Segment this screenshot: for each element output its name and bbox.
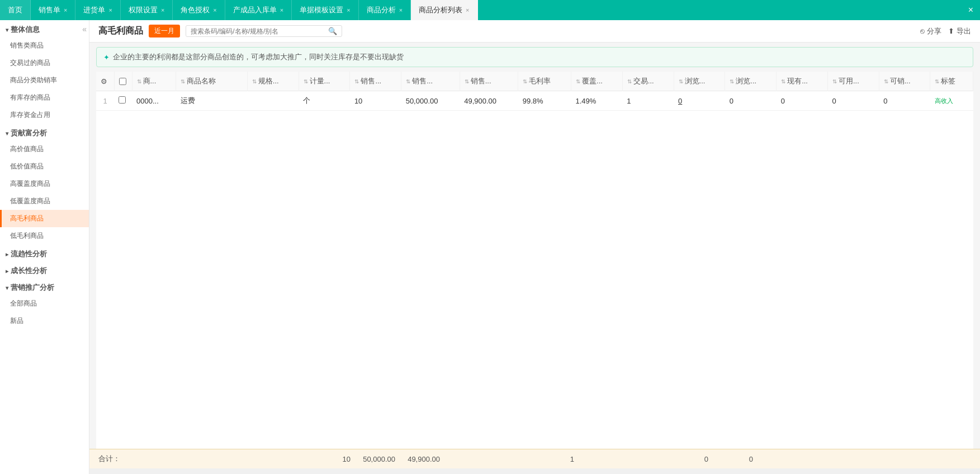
product-table: ⚙ ⇅商... ⇅商品名称 ⇅规格...	[96, 72, 973, 111]
sort-icon-4: ⇅	[304, 78, 308, 85]
select-all-checkbox[interactable]	[119, 78, 126, 85]
close-tab-product-analysis[interactable]: ×	[399, 7, 403, 13]
footer-sales-cost: 49,900.00	[400, 455, 444, 463]
cell-spec	[247, 91, 299, 111]
col-coverage[interactable]: ⇅覆盖...	[571, 72, 623, 91]
content-header: 高毛利商品 近一月 🔍 ⎋ 分享 ⬆ 导出	[89, 20, 980, 43]
sidebar-item-low-gross[interactable]: 低毛利商品	[0, 227, 89, 245]
sidebar-item-sales-goods[interactable]: 销售类商品	[0, 37, 89, 54]
tab-role[interactable]: 角色授权 ×	[173, 0, 225, 20]
sort-icon-3: ⇅	[252, 78, 257, 85]
header-actions: ⎋ 分享 ⬆ 导出	[920, 26, 971, 36]
sidebar-item-traded-goods[interactable]: 交易过的商品	[0, 54, 89, 72]
table-row: 1 0000... 运费 个 10 50,000.00 49,900.00 99…	[96, 91, 973, 111]
close-tab-sales[interactable]: ×	[64, 7, 67, 13]
table-header-row: ⚙ ⇅商... ⇅商品名称 ⇅规格...	[96, 72, 973, 91]
tab-purchase[interactable]: 进货单 ×	[75, 0, 120, 20]
tab-home[interactable]: 首页	[0, 0, 31, 20]
close-tab-product-analysis-list[interactable]: ×	[466, 7, 469, 13]
col-trade[interactable]: ⇅交易...	[622, 72, 674, 91]
col-sellable[interactable]: ⇅可销...	[879, 72, 930, 91]
share-button[interactable]: ⎋ 分享	[920, 26, 941, 36]
sidebar-group-trend[interactable]: ▸ 流趋性分析	[0, 245, 89, 261]
close-tab-purchase[interactable]: ×	[108, 7, 112, 13]
sidebar-item-category-rate[interactable]: 商品分类助销率	[0, 72, 89, 89]
tab-product-in[interactable]: 产成品入库单 ×	[225, 0, 292, 20]
cell-current-stock: 0	[777, 91, 828, 111]
sidebar-item-high-value[interactable]: 高价值商品	[0, 140, 89, 158]
close-all-tabs[interactable]: ×	[962, 5, 980, 15]
tab-sales[interactable]: 销售单 ×	[31, 0, 75, 20]
sort-icon-2: ⇅	[181, 78, 185, 85]
col-sales-cost[interactable]: ⇅销售...	[460, 72, 518, 91]
col-gross-rate[interactable]: ⇅毛利率	[518, 72, 571, 91]
tab-product-analysis-list[interactable]: 商品分析列表 ×	[411, 0, 477, 20]
tab-permission[interactable]: 权限设置 ×	[121, 0, 173, 20]
sidebar-group-overall[interactable]: ▾ 整体信息	[0, 20, 89, 37]
cell-unit: 个	[299, 91, 350, 111]
sort-icon-15: ⇅	[884, 78, 888, 85]
col-sales-qty[interactable]: ⇅销售...	[350, 72, 401, 91]
cell-browse1[interactable]: 0	[674, 91, 725, 111]
sidebar-item-all-goods[interactable]: 全部商品	[0, 295, 89, 312]
col-settings[interactable]: ⚙	[96, 72, 114, 91]
sort-icon-12: ⇅	[730, 78, 734, 85]
sidebar-group-marketing[interactable]: ▾ 营销推广分析	[0, 278, 89, 295]
cell-code: 0000...	[132, 91, 176, 111]
col-browse2[interactable]: ⇅浏览...	[725, 72, 777, 91]
cell-browse2: 0	[725, 91, 777, 111]
sidebar-item-high-gross[interactable]: 高毛利商品	[0, 210, 89, 227]
sidebar-item-stock-capital[interactable]: 库存资金占用	[0, 106, 89, 124]
sidebar-item-low-coverage[interactable]: 低覆盖度商品	[0, 193, 89, 210]
search-icon[interactable]: 🔍	[328, 27, 337, 35]
sidebar-item-low-value[interactable]: 低价值商品	[0, 158, 89, 175]
search-input[interactable]	[191, 27, 325, 35]
close-tab-permission[interactable]: ×	[161, 7, 164, 13]
sort-icon-11: ⇅	[679, 78, 683, 85]
tab-template[interactable]: 单据模板设置 ×	[292, 0, 358, 20]
close-tab-template[interactable]: ×	[347, 7, 350, 13]
footer-gross-rate	[444, 455, 489, 463]
footer-trade: 1	[534, 455, 579, 463]
cell-sales-qty: 10	[350, 91, 401, 111]
sidebar-group-growth[interactable]: ▸ 成长性分析	[0, 261, 89, 278]
col-unit[interactable]: ⇅计量...	[299, 72, 350, 91]
sidebar-item-high-coverage[interactable]: 高覆盖度商品	[0, 175, 89, 193]
export-button[interactable]: ⬆ 导出	[948, 26, 971, 36]
sidebar-group-contribution[interactable]: ▾ 贡献富分析	[0, 124, 89, 140]
tab-product-analysis[interactable]: 商品分析 ×	[359, 0, 411, 20]
cell-seq: 1	[96, 91, 114, 111]
search-box: 🔍	[186, 25, 342, 37]
close-tab-product-in[interactable]: ×	[280, 7, 283, 13]
row-checkbox[interactable]	[119, 96, 126, 104]
cell-coverage: 1.49%	[571, 91, 623, 111]
footer-available: 0	[713, 455, 758, 463]
col-spec[interactable]: ⇅规格...	[247, 72, 299, 91]
sidebar-collapse-btn[interactable]: «	[82, 25, 87, 34]
close-tab-role[interactable]: ×	[213, 7, 216, 13]
footer-total-label: 合计：	[98, 454, 120, 464]
date-filter-button[interactable]: 近一月	[149, 25, 180, 37]
col-browse1[interactable]: ⇅浏览...	[674, 72, 725, 91]
sidebar-item-new-goods[interactable]: 新品	[0, 312, 89, 330]
cell-sales-amt: 50,000.00	[401, 91, 460, 111]
share-icon: ⎋	[920, 27, 925, 35]
col-available[interactable]: ⇅可用...	[827, 72, 879, 91]
horizontal-scrollbar[interactable]	[89, 468, 980, 474]
footer-sales-amt: 50,000.00	[355, 455, 400, 463]
cell-name[interactable]: 运费	[176, 91, 247, 111]
col-current-stock[interactable]: ⇅现有...	[777, 72, 828, 91]
col-name[interactable]: ⇅商品名称	[176, 72, 247, 91]
cell-check[interactable]	[114, 91, 132, 111]
col-code[interactable]: ⇅商...	[132, 72, 176, 91]
col-tag[interactable]: ⇅标签	[930, 72, 973, 91]
col-sales-amt[interactable]: ⇅销售...	[401, 72, 460, 91]
footer-browse2	[623, 455, 668, 463]
footer-sales-qty: 10	[310, 455, 355, 463]
footer-current-stock: 0	[668, 455, 713, 463]
sort-icon: ⇅	[137, 78, 141, 85]
sort-icon-9: ⇅	[576, 78, 580, 85]
footer-spec	[221, 455, 266, 463]
settings-icon[interactable]: ⚙	[101, 77, 107, 86]
sidebar-item-in-stock[interactable]: 有库存的商品	[0, 89, 89, 106]
